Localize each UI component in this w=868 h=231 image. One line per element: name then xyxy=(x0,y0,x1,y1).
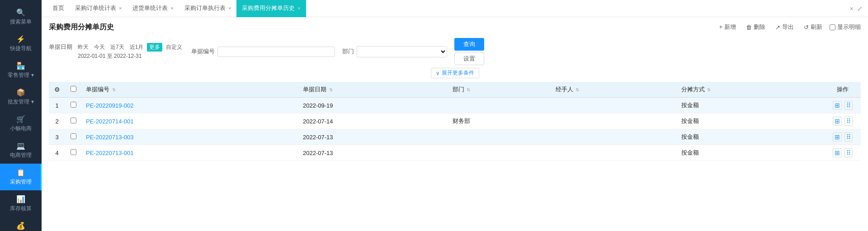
maximize-window-icon[interactable]: ⤢ xyxy=(857,5,863,12)
row-order-no-1: PE-20220714-001 xyxy=(81,113,298,129)
show-columns-input[interactable] xyxy=(830,24,835,30)
date-today[interactable]: 今天 xyxy=(92,43,107,52)
more-icon-0[interactable]: ⠿ xyxy=(844,101,853,110)
sidebar-label-ecommerce-small: 小畅电商 xyxy=(2,125,40,132)
date-1month[interactable]: 近1月 xyxy=(128,43,146,52)
row-check-2 xyxy=(65,129,81,145)
export-icon: ↗ xyxy=(775,24,780,31)
row-checkbox-2[interactable] xyxy=(71,133,76,139)
tab-purchase-order-stats[interactable]: 采购订单统计表× xyxy=(70,0,127,17)
row-handler-1 xyxy=(551,113,677,129)
dept-select[interactable] xyxy=(357,46,447,57)
sort-icon-split[interactable]: ⇅ xyxy=(707,87,711,92)
sidebar-item-finance[interactable]: 💰资金管理 xyxy=(0,217,42,231)
tab-label-inbound-stats: 进货单统计表 xyxy=(132,4,168,12)
date-7days[interactable]: 近7天 xyxy=(108,43,126,52)
sidebar-label-purchase: 采购管理 xyxy=(2,178,40,186)
date-range: 2022-01-01 至 2022-12-31 xyxy=(78,52,184,60)
expand-button[interactable]: ∨ 展开更多条件 xyxy=(431,68,479,78)
table-row: 2 PE-20220714-001 2022-07-14 财务部 按金额 ⊞ ⠿ xyxy=(49,113,861,129)
row-order-date-3: 2022-07-13 xyxy=(298,145,448,161)
query-button[interactable]: 查询 xyxy=(454,38,484,51)
row-split-method-1: 按金额 xyxy=(677,113,825,129)
date-more[interactable]: 更多 xyxy=(147,43,162,52)
refresh-icon: ↺ xyxy=(804,24,809,31)
row-order-no-3: PE-20220713-001 xyxy=(81,145,298,161)
sidebar-item-retail[interactable]: 🏪零售管理 ▾ xyxy=(0,57,42,84)
table-body: 1 PE-20220919-002 2022-09-19 按金额 ⊞ ⠿ 2 xyxy=(49,98,861,161)
sort-icon-dept[interactable]: ⇅ xyxy=(467,87,470,92)
tab-purchase-fee-history[interactable]: 采购费用分摊单历史× xyxy=(236,0,306,17)
row-order-no-0: PE-20220919-002 xyxy=(81,98,298,113)
date-custom[interactable]: 自定义 xyxy=(164,43,184,52)
table-header-row: ⚙ 单据编号 ⇅ 单据日期 ⇅ 部门 ⇅ xyxy=(49,82,861,98)
sidebar-icon-quicknav: ⚡ xyxy=(2,35,40,43)
filter-row-1: 单据日期 昨天 今天 近7天 近1月 更多 自定义 2022-01-01 至 2… xyxy=(49,38,861,65)
tab-close-purchase-order-exec[interactable]: × xyxy=(228,5,231,11)
edit-icon-1[interactable]: ⊞ xyxy=(833,117,842,126)
edit-icon-3[interactable]: ⊞ xyxy=(833,148,842,157)
query-buttons: 查询 设置 xyxy=(454,38,484,65)
edit-icon-0[interactable]: ⊞ xyxy=(833,101,842,110)
edit-icon-2[interactable]: ⊞ xyxy=(833,132,842,141)
row-index-3: 4 xyxy=(49,145,65,161)
row-split-method-2: 按金额 xyxy=(677,129,825,145)
row-op-0: ⊞ ⠿ xyxy=(825,98,861,113)
order-no-link-2[interactable]: PE-20220713-003 xyxy=(86,134,134,141)
row-handler-0 xyxy=(551,98,677,113)
th-order-no: 单据编号 ⇅ xyxy=(81,82,298,98)
more-icon-2[interactable]: ⠿ xyxy=(844,132,853,141)
tab-close-purchase-fee-history[interactable]: × xyxy=(297,5,300,11)
sidebar-icon-purchase: 📋 xyxy=(2,168,40,177)
sidebar-item-wholesale[interactable]: 📦批发管理 ▾ xyxy=(0,84,42,110)
tab-close-purchase-order-stats[interactable]: × xyxy=(119,5,122,11)
tab-close-inbound-stats[interactable]: × xyxy=(170,5,173,11)
th-check xyxy=(65,82,81,98)
tab-purchase-order-exec[interactable]: 采购订单执行表× xyxy=(179,0,236,17)
sidebar-label-wholesale: 批发管理 ▾ xyxy=(2,98,40,106)
gear-icon[interactable]: ⚙ xyxy=(54,86,60,93)
tab-home[interactable]: 首页 xyxy=(47,0,70,17)
refresh-button[interactable]: ↺ 刷新 xyxy=(801,22,825,33)
export-button[interactable]: ↗ 导出 xyxy=(773,22,797,33)
row-checkbox-1[interactable] xyxy=(71,118,76,123)
sidebar-icon-retail: 🏪 xyxy=(2,61,40,70)
order-no-input[interactable] xyxy=(217,47,335,57)
sidebar-item-purchase[interactable]: 📋采购管理 xyxy=(0,164,42,190)
row-checkbox-0[interactable] xyxy=(71,102,76,108)
order-no-label: 单据编号 xyxy=(191,47,215,56)
tab-inbound-stats[interactable]: 进货单统计表× xyxy=(127,0,179,17)
sidebar-label-ecommerce: 电商管理 xyxy=(2,151,40,159)
sidebar-item-inventory[interactable]: 📊库存核算 xyxy=(0,190,42,217)
sidebar-item-search[interactable]: 🔍搜索菜单 xyxy=(0,4,42,30)
page-title: 采购费用分摊单历史 xyxy=(49,23,114,32)
more-icon-1[interactable]: ⠿ xyxy=(844,117,853,126)
show-columns-checkbox[interactable]: 显示明细 xyxy=(830,23,861,31)
row-check-3 xyxy=(65,145,81,161)
date-shortcuts: 昨天 今天 近7天 近1月 更多 自定义 xyxy=(76,43,184,52)
order-no-link-3[interactable]: PE-20220713-001 xyxy=(86,150,134,156)
row-checkbox-3[interactable] xyxy=(71,149,76,155)
select-all-checkbox[interactable] xyxy=(71,86,76,92)
sidebar-icon-search: 🔍 xyxy=(2,8,40,17)
tab-label-home: 首页 xyxy=(52,4,64,12)
row-split-method-3: 按金额 xyxy=(677,145,825,161)
more-icon-3[interactable]: ⠿ xyxy=(844,148,853,157)
order-no-link-1[interactable]: PE-20220714-001 xyxy=(86,118,134,125)
date-yesterday[interactable]: 昨天 xyxy=(76,43,90,52)
sidebar-item-quicknav[interactable]: ⚡快捷导航 xyxy=(0,30,42,57)
filter-area: 单据日期 昨天 今天 近7天 近1月 更多 自定义 2022-01-01 至 2… xyxy=(42,35,868,82)
sort-icon-order-date[interactable]: ⇅ xyxy=(329,87,333,92)
settings-button[interactable]: 设置 xyxy=(454,52,484,65)
delete-button[interactable]: 🗑 删除 xyxy=(743,22,768,33)
sort-icon-order-no[interactable]: ⇅ xyxy=(112,87,116,92)
close-window-icon[interactable]: × xyxy=(850,5,854,12)
row-dept-3 xyxy=(448,145,551,161)
row-split-method-0: 按金额 xyxy=(677,98,825,113)
sidebar-item-ecommerce-small[interactable]: 🛒小畅电商 xyxy=(0,110,42,137)
sidebar-item-ecommerce[interactable]: 💻电商管理 xyxy=(0,137,42,164)
row-check-1 xyxy=(65,113,81,129)
add-button[interactable]: + 新增 xyxy=(717,22,739,33)
order-no-link-0[interactable]: PE-20220919-002 xyxy=(86,102,134,109)
sort-icon-handler[interactable]: ⇅ xyxy=(576,87,579,92)
